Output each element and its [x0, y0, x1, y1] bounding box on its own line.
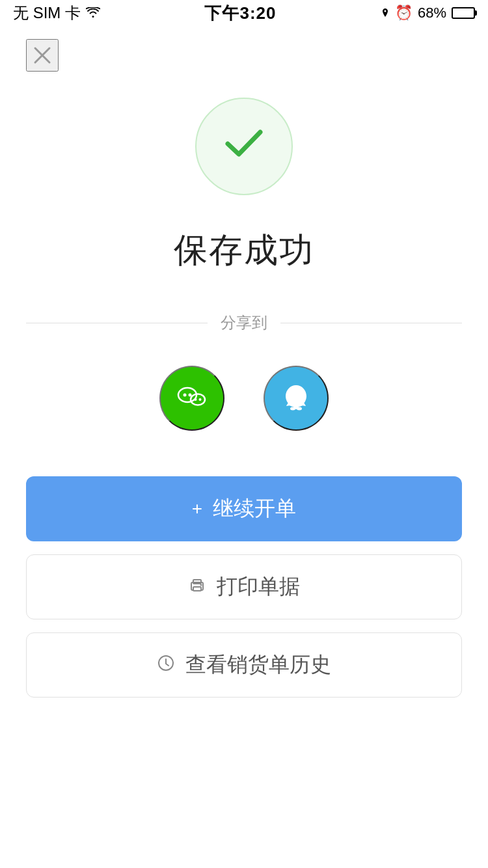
success-title: 保存成功 — [174, 228, 314, 273]
qq-share-button[interactable] — [264, 366, 329, 431]
success-circle — [195, 98, 293, 195]
wechat-share-button[interactable] — [159, 366, 224, 431]
status-right: ⏰ 68% — [381, 5, 475, 21]
continue-order-button[interactable]: + 继续开单 — [26, 476, 462, 541]
svg-rect-10 — [293, 406, 299, 409]
history-label: 查看销货单历史 — [185, 651, 331, 679]
share-icons-row — [159, 366, 329, 431]
checkmark-icon — [218, 116, 270, 177]
status-bar: 无 SIM 卡 下午3:20 ⏰ 68% — [0, 0, 488, 26]
svg-point-7 — [199, 398, 202, 401]
svg-point-3 — [183, 394, 187, 397]
print-icon — [188, 576, 206, 599]
print-label: 打印单据 — [217, 573, 300, 601]
svg-point-6 — [195, 398, 197, 401]
status-left: 无 SIM 卡 — [13, 3, 100, 23]
alarm-icon: ⏰ — [395, 5, 413, 21]
svg-rect-13 — [193, 587, 201, 591]
clock-icon — [157, 654, 175, 677]
main-content: 保存成功 分享到 — [0, 26, 488, 737]
wifi-icon — [86, 5, 100, 21]
close-button[interactable] — [26, 39, 59, 72]
share-divider: 分享到 — [26, 312, 462, 333]
divider-right — [280, 323, 462, 323]
action-buttons: + 继续开单 打印单据 查看销货单历史 — [26, 476, 462, 698]
svg-point-5 — [191, 394, 205, 405]
print-button[interactable]: 打印单据 — [26, 554, 462, 619]
history-button[interactable]: 查看销货单历史 — [26, 632, 462, 698]
battery-percent: 68% — [418, 5, 446, 21]
location-icon — [381, 5, 390, 21]
carrier-text: 无 SIM 卡 — [13, 3, 81, 23]
share-label: 分享到 — [221, 312, 267, 333]
plus-icon: + — [192, 498, 202, 519]
svg-point-14 — [200, 584, 202, 586]
status-time: 下午3:20 — [204, 2, 276, 25]
battery-icon — [452, 7, 475, 19]
continue-order-label: 继续开单 — [213, 495, 296, 523]
divider-left — [26, 323, 208, 323]
